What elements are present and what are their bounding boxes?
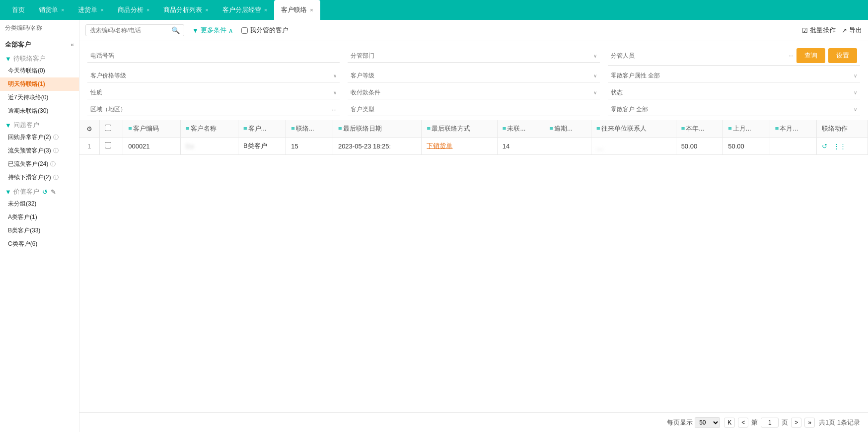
filter-region[interactable]: 区域（地区） ···: [87, 103, 340, 116]
filter-panel: 电话号码 分管部门 ∨ 分管人员 ··· 查询 设置: [79, 41, 868, 120]
batch-op-button[interactable]: ☑ 批量操作: [802, 26, 836, 35]
group-problem-customers: ▼ 问题客户: [0, 118, 79, 131]
col-contact-count[interactable]: ≡联络...: [286, 120, 333, 138]
nav-purchase[interactable]: 进货单 ×: [71, 0, 110, 20]
nav-product-analysis[interactable]: 商品分析 ×: [111, 0, 156, 20]
sidebar-item-ungrouped[interactable]: 未分组(32): [0, 197, 79, 211]
col-last-month[interactable]: ≡上月...: [723, 120, 770, 138]
cell-name: Ea: [181, 138, 238, 155]
my-customers-checkbox-label[interactable]: 我分管的客户: [241, 26, 289, 35]
row-checkbox[interactable]: [105, 142, 111, 148]
filter-nature[interactable]: 性质 ∨: [87, 86, 340, 99]
cell-actions[interactable]: ↺ ⋮⋮: [817, 138, 868, 155]
first-page-button[interactable]: K: [724, 418, 735, 428]
page-size-selector: 每页显示 50 10 20 100: [667, 417, 720, 428]
next-page-button[interactable]: >: [791, 418, 801, 428]
page-size-select[interactable]: 50 10 20 100: [695, 417, 720, 428]
search-submit-icon[interactable]: 🔍: [171, 26, 180, 34]
col-last-contact-method[interactable]: ≡最后联络方式: [422, 120, 497, 138]
col-code[interactable]: ≡客户编码: [123, 120, 181, 138]
nav-product-list[interactable]: 商品分析列表 ×: [156, 0, 215, 20]
col-customer-type[interactable]: ≡客户...: [238, 120, 286, 138]
cell-unit-contact: __: [591, 138, 676, 155]
export-button[interactable]: ↗ 导出: [842, 26, 862, 35]
filter-customer-type[interactable]: 客户类型: [348, 103, 600, 116]
chevron-down-icon: ∨: [333, 73, 337, 78]
sidebar-item-class-b[interactable]: B类客户(33): [0, 224, 79, 237]
col-checkbox[interactable]: [99, 120, 123, 138]
main-layout: 🔍 全部客户 « ▼ 待联络客户 今天待联络(0) 明天待联络(1) 近7天待联…: [0, 20, 868, 432]
gear-icon[interactable]: ⚙: [86, 125, 92, 133]
sidebar-item-churn-warning[interactable]: 流失预警客户(3) ⓘ: [0, 144, 79, 157]
dots-icon[interactable]: ···: [789, 52, 794, 59]
my-customers-checkbox[interactable]: [241, 27, 248, 34]
search-box: 🔍: [85, 24, 184, 36]
close-icon[interactable]: ×: [264, 7, 267, 13]
col-uncontact[interactable]: ≡未联...: [497, 120, 544, 138]
col-this-month[interactable]: ≡本月...: [770, 120, 817, 138]
chevron-down-icon: ∨: [854, 107, 857, 112]
filter-icon: ▼: [192, 27, 199, 34]
last-page-button[interactable]: »: [804, 418, 815, 428]
filter-scatter-customer[interactable]: 零散客户 全部 ∨: [608, 103, 860, 116]
sidebar-item-repurchase-abnormal[interactable]: 回购异常客户(2) ⓘ: [0, 131, 79, 144]
col-this-year[interactable]: ≡本年...: [676, 120, 723, 138]
filter-status[interactable]: 状态 ∨: [608, 86, 860, 99]
sidebar-item-overdue[interactable]: 逾期未联络(30): [0, 104, 79, 118]
cell-last-contact-method[interactable]: 下销货单: [422, 138, 497, 155]
col-last-contact-date[interactable]: ≡最后联络日期: [333, 120, 422, 138]
sidebar-item-today[interactable]: 今天待联络(0): [0, 64, 79, 77]
filter-customer-level[interactable]: 客户等级 ∨: [348, 70, 600, 82]
table-row: 1 000021 Ea B类客户 15 2023-05-23 18:25: 下销…: [79, 138, 868, 155]
refresh-icon[interactable]: ↺: [42, 188, 48, 196]
sidebar-item-class-c[interactable]: C类客户(6): [0, 237, 79, 251]
close-icon[interactable]: ×: [61, 7, 64, 13]
sidebar-item-7days[interactable]: 近7天待联络(0): [0, 91, 79, 104]
action-icon-2[interactable]: ⋮⋮: [833, 143, 846, 150]
filter-person[interactable]: 分管人员 ··· 查询 设置: [608, 46, 860, 66]
filter-price-level[interactable]: 客户价格等级 ∨: [87, 70, 340, 82]
filter-row-4: 区域（地区） ··· 客户类型 零散客户 全部 ∨: [87, 103, 860, 116]
filter-dept[interactable]: 分管部门 ∨: [348, 50, 600, 63]
sidebar-item-churned[interactable]: 已流失客户(24) ⓘ: [0, 157, 79, 171]
chevron-icon: ∧: [228, 27, 233, 34]
close-icon[interactable]: ×: [100, 7, 103, 13]
col-overdue[interactable]: ≡逾期...: [544, 120, 591, 138]
export-icon: ↗: [842, 27, 847, 34]
col-name[interactable]: ≡客户名称: [181, 120, 238, 138]
reset-button[interactable]: 设置: [828, 48, 857, 63]
sidebar-item-declining[interactable]: 持续下滑客户(2) ⓘ: [0, 171, 79, 184]
nav-home[interactable]: 首页: [5, 0, 32, 20]
top-nav: 首页 销货单 × 进货单 × 商品分析 × 商品分析列表 × 客户分层经营 × …: [0, 0, 868, 20]
query-button[interactable]: 查询: [796, 48, 825, 63]
search-input[interactable]: [90, 27, 169, 34]
close-icon[interactable]: ×: [310, 7, 313, 13]
more-filter-button[interactable]: ▼ 更多条件 ∧: [188, 24, 237, 37]
close-icon[interactable]: ×: [205, 7, 208, 13]
select-all-checkbox[interactable]: [105, 125, 111, 131]
toolbar: 🔍 ▼ 更多条件 ∧ 我分管的客户 ☑ 批量操作 ↗ 导出: [79, 20, 868, 41]
filter-scatter-attr[interactable]: 零散客户属性 全部 ∨: [608, 70, 860, 82]
filter-payment[interactable]: 收付款条件 ∨: [348, 86, 600, 99]
collapse-icon[interactable]: «: [71, 41, 74, 48]
nav-customer-contact[interactable]: 客户联络 ×: [274, 0, 320, 20]
sidebar-search-input[interactable]: [5, 24, 79, 31]
nav-customer-tier[interactable]: 客户分层经营 ×: [216, 0, 274, 20]
page-input[interactable]: [761, 418, 779, 428]
sidebar-item-tomorrow[interactable]: 明天待联络(1): [0, 77, 79, 91]
cell-checkbox[interactable]: [99, 138, 123, 155]
dots-icon[interactable]: ···: [332, 106, 337, 113]
close-icon[interactable]: ×: [146, 7, 149, 13]
col-unit-contact[interactable]: ≡往来单位联系人: [591, 120, 676, 138]
prev-page-button[interactable]: <: [738, 418, 748, 428]
action-icon-1[interactable]: ↺: [822, 143, 827, 150]
chevron-down-icon: ∨: [854, 90, 857, 95]
nav-sales[interactable]: 销货单 ×: [32, 0, 71, 20]
cell-last-month: 50.00: [723, 138, 770, 155]
sidebar-item-class-a[interactable]: A类客户(1): [0, 211, 79, 224]
content-area: 🔍 ▼ 更多条件 ∧ 我分管的客户 ☑ 批量操作 ↗ 导出: [79, 20, 868, 432]
cell-overdue: [544, 138, 591, 155]
col-settings[interactable]: ⚙: [79, 120, 99, 138]
all-customers-header: 全部客户 «: [0, 36, 79, 51]
edit-icon[interactable]: ✎: [51, 188, 56, 196]
